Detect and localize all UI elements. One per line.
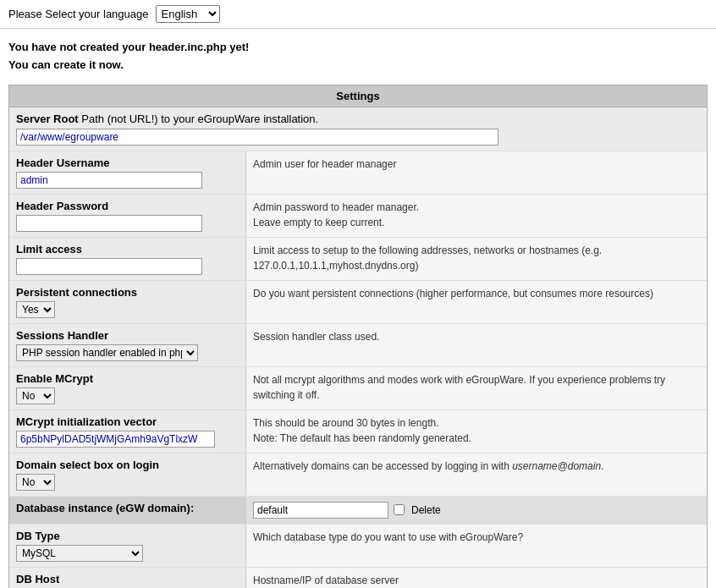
db-instance-row: Database instance (eGW domain): Delete xyxy=(9,497,707,525)
limit-access-row: Limit access Limit access to setup to th… xyxy=(9,238,707,281)
enable-mcrypt-left: Enable MCrypt No Yes xyxy=(9,367,246,409)
db-host-label: DB Host xyxy=(16,573,239,585)
header-password-label: Header Password xyxy=(16,200,239,212)
db-type-label: DB Type xyxy=(16,530,239,542)
sessions-handler-right: Session handler class used. xyxy=(246,324,707,366)
domain-select-label: Domain select box on login xyxy=(16,459,239,471)
header-username-right: Admin user for header manager xyxy=(246,151,707,194)
server-root-row: Server Root Path (not URL!) to your eGro… xyxy=(9,107,707,151)
sessions-handler-desc: Session handler class used. xyxy=(253,331,379,343)
settings-container: Settings Server Root Path (not URL!) to … xyxy=(8,85,708,588)
header-password-row: Header Password Admin password to header… xyxy=(9,195,707,238)
db-host-left: DB Host xyxy=(9,568,246,588)
domain-select-row: Domain select box on login No Yes Altern… xyxy=(9,453,707,497)
limit-access-label: Limit access xyxy=(16,243,239,256)
persistent-connections-select[interactable]: Yes No xyxy=(16,301,55,318)
persistent-connections-left: Persistent connections Yes No xyxy=(9,281,246,323)
mcrypt-vector-desc: This should be around 30 bytes in length… xyxy=(253,417,471,444)
enable-mcrypt-label: Enable MCrypt xyxy=(16,372,239,385)
header-username-row: Header Username Admin user for header ma… xyxy=(9,151,707,195)
persistent-connections-right: Do you want persistent connections (high… xyxy=(246,281,707,323)
domain-select-select[interactable]: No Yes xyxy=(16,474,55,491)
top-bar: Please Select your language English Deut… xyxy=(0,0,716,29)
language-label: Please Select your language xyxy=(8,8,149,20)
server-root-input[interactable] xyxy=(16,129,498,146)
server-root-suffix: Path (not URL!) to your eGroupWare insta… xyxy=(81,113,318,125)
sessions-handler-label: Sessions Handler xyxy=(16,329,239,342)
persistent-connections-label: Persistent connections xyxy=(16,286,239,299)
persistent-connections-row: Persistent connections Yes No Do you wan… xyxy=(9,281,707,324)
db-instance-input[interactable] xyxy=(253,502,388,519)
sessions-handler-left: Sessions Handler PHP session handler ena… xyxy=(9,324,246,366)
enable-mcrypt-row: Enable MCrypt No Yes Not all mcrypt algo… xyxy=(9,367,707,410)
domain-select-desc: Alternatively domains can be accessed by… xyxy=(253,460,603,472)
db-type-row: DB Type MySQL PostgreSQL ODBC MsSQL Whic… xyxy=(9,525,707,568)
header-password-right: Admin password to header manager.Leave e… xyxy=(246,195,707,237)
settings-title: Settings xyxy=(9,85,707,107)
server-root-label: Server Root xyxy=(16,113,79,125)
enable-mcrypt-desc: Not all mcrypt algorithms and modes work… xyxy=(253,374,665,401)
domain-select-right: Alternatively domains can be accessed by… xyxy=(246,453,707,496)
delete-label: Delete xyxy=(411,504,441,516)
db-host-right: Hostname/IP of database serverPostgres: … xyxy=(246,568,707,588)
warning-box: You have not created your header.inc.php… xyxy=(0,29,716,85)
db-type-left: DB Type MySQL PostgreSQL ODBC MsSQL xyxy=(9,525,246,567)
persistent-connections-desc: Do you want persistent connections (high… xyxy=(253,288,653,299)
db-instance-right: Delete xyxy=(246,497,707,524)
language-select[interactable]: English Deutsch Français Español xyxy=(156,5,220,23)
db-type-right: Which database type do you want to use w… xyxy=(246,525,707,567)
db-host-desc: Hostname/IP of database serverPostgres: … xyxy=(253,574,682,588)
sessions-handler-row: Sessions Handler PHP session handler ena… xyxy=(9,324,707,367)
warning-line1: You have not created your header.inc.php… xyxy=(8,39,708,57)
sessions-handler-select[interactable]: PHP session handler enabled in php.ini o… xyxy=(16,344,198,361)
header-password-left: Header Password xyxy=(9,195,246,237)
header-username-label: Header Username xyxy=(16,157,239,169)
warning-line2: You can create it now. xyxy=(8,57,708,74)
domain-select-left: Domain select box on login No Yes xyxy=(9,453,246,496)
db-type-select[interactable]: MySQL PostgreSQL ODBC MsSQL xyxy=(16,545,143,562)
mcrypt-vector-row: MCrypt initialization vector This should… xyxy=(9,410,707,453)
db-instance-left: Database instance (eGW domain): xyxy=(9,497,246,524)
db-host-row: DB Host Hostname/IP of database serverPo… xyxy=(9,568,707,588)
enable-mcrypt-select[interactable]: No Yes xyxy=(16,387,55,404)
db-instance-label: Database instance (eGW domain): xyxy=(16,502,239,514)
header-username-left: Header Username xyxy=(9,151,246,194)
header-password-desc: Admin password to header manager.Leave e… xyxy=(253,201,419,228)
delete-checkbox[interactable] xyxy=(394,504,405,515)
header-password-input[interactable] xyxy=(16,215,202,232)
limit-access-input[interactable] xyxy=(16,258,202,275)
mcrypt-vector-label: MCrypt initialization vector xyxy=(16,415,239,428)
header-username-desc: Admin user for header manager xyxy=(253,158,396,170)
enable-mcrypt-right: Not all mcrypt algorithms and modes work… xyxy=(246,367,707,409)
header-username-input[interactable] xyxy=(16,172,202,189)
limit-access-right: Limit access to setup to the following a… xyxy=(246,238,707,280)
limit-access-left: Limit access xyxy=(9,238,246,280)
mcrypt-vector-input[interactable] xyxy=(16,431,215,448)
mcrypt-vector-right: This should be around 30 bytes in length… xyxy=(246,410,707,453)
mcrypt-vector-left: MCrypt initialization vector xyxy=(9,410,246,453)
db-type-desc: Which database type do you want to use w… xyxy=(253,531,523,543)
limit-access-desc: Limit access to setup to the following a… xyxy=(253,245,602,272)
